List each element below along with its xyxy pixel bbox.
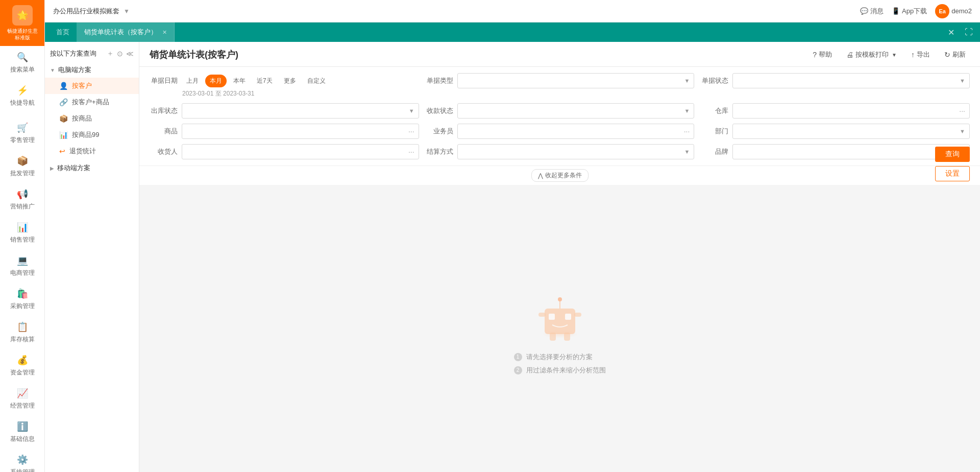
scheme-item-by-product-99[interactable]: 📊 按商品99 [45, 127, 139, 143]
date-tab-last-7-days[interactable]: 近7天 [252, 75, 277, 87]
export-button[interactable]: ↑ 导出 [907, 48, 934, 61]
tab-maximize-button[interactable]: ⛶ [962, 26, 976, 39]
sidebar-item-ecommerce[interactable]: 💻 电商管理 [0, 249, 44, 282]
brand-label: 品牌 [700, 147, 728, 156]
date-tab-this-year[interactable]: 本年 [229, 75, 250, 87]
sidebar-item-marketing[interactable]: 📢 营销推广 [0, 183, 44, 216]
scheme-group-mobile-header[interactable]: ▶ 移动端方案 [45, 160, 139, 176]
scheme-item-by-product[interactable]: 📦 按商品 [45, 110, 139, 127]
svg-rect-7 [574, 313, 581, 317]
product99-icon: 📊 [59, 131, 68, 139]
ecommerce-icon: 💻 [17, 254, 28, 267]
refresh-button[interactable]: ↻ 刷新 [940, 48, 970, 61]
scheme-settings-icon[interactable]: ⊙ [117, 50, 123, 58]
tab-sales-stats[interactable]: 销货单统计表（按客户） ✕ [77, 22, 175, 42]
inventory-icon: 📋 [17, 321, 28, 334]
wholesale-icon: 📦 [17, 155, 28, 168]
out-status-select[interactable]: ▼ [182, 103, 419, 119]
main-area: 办公用品行业模拟账套 ▼ 💬 消息 📱 App下载 Ea demo2 首页 [45, 0, 980, 472]
sidebar-item-system[interactable]: ⚙️ 系统管理 [0, 449, 44, 472]
payment-status-select[interactable]: ▼ [457, 103, 695, 119]
order-type-select[interactable]: ▼ [457, 73, 695, 88]
empty-state: 1 请先选择要分析的方案 2 用过滤条件来缩小分析范围 [139, 185, 980, 472]
goods-group: 商品 ··· [150, 124, 419, 139]
app-logo: 🌟 畅捷通好生意 标准版 [0, 0, 45, 46]
top-header: 办公用品行业模拟账套 ▼ 💬 消息 📱 App下载 Ea demo2 [45, 0, 980, 22]
scheme-item-by-customer[interactable]: 👤 按客户 [45, 78, 139, 94]
date-tab-last-month[interactable]: 上月 [182, 75, 203, 87]
sales-icon: 📊 [17, 221, 28, 234]
help-button[interactable]: ? 帮助 [808, 48, 836, 61]
payment-status-group: 收款状态 ▼ [425, 103, 695, 119]
order-status-select[interactable]: ▼ [732, 73, 970, 88]
order-status-arrow: ▼ [960, 78, 965, 84]
dept-select[interactable]: ▼ [732, 124, 970, 139]
template-print-button[interactable]: 🖨 按模板打印 ▼ [842, 48, 901, 61]
consignee-select[interactable]: ··· [182, 144, 419, 159]
settings-button[interactable]: 设置 [935, 166, 970, 181]
svg-rect-1 [545, 309, 575, 334]
empty-illustration [529, 283, 591, 344]
payment-status-arrow: ▼ [684, 108, 690, 114]
sidebar-item-finance[interactable]: 💰 资金管理 [0, 349, 44, 382]
scheme-group-desktop-header[interactable]: ▼ 电脑端方案 [45, 62, 139, 78]
out-status-arrow: ▼ [409, 108, 414, 114]
date-tab-custom[interactable]: 自定义 [303, 75, 330, 87]
date-tab-more[interactable]: 更多 [279, 75, 301, 87]
return-icon: ↩ [59, 147, 65, 155]
payment-status-label: 收款状态 [425, 106, 453, 115]
consignee-dots: ··· [408, 148, 414, 156]
sidebar-item-operations[interactable]: 📈 经营管理 [0, 382, 44, 415]
sidebar-item-search[interactable]: 🔍 搜索菜单 [0, 46, 44, 79]
sidebar-item-wholesale[interactable]: 📦 批发管理 [0, 150, 44, 183]
tab-close-button[interactable]: ✕ [162, 29, 167, 36]
warehouse-label: 仓库 [700, 106, 728, 115]
scheme-panel-title: 按以下方案查询 [50, 49, 96, 58]
collapse-button[interactable]: ⋀ 收起更多条件 [531, 169, 589, 182]
print-dropdown-icon: ▼ [892, 52, 897, 58]
scheme-item-return-stats[interactable]: ↩ 退货统计 [45, 143, 139, 159]
consignee-group: 收货人 ··· [150, 144, 419, 159]
header-left: 办公用品行业模拟账套 ▼ [53, 7, 130, 16]
scheme-panel-icons: ＋ ⊙ ≪ [107, 49, 134, 58]
settlement-select[interactable]: ▼ [457, 144, 695, 159]
query-button[interactable]: 查询 [935, 147, 970, 162]
brand-select[interactable]: ··· [732, 144, 970, 159]
order-status-group: 单据状态 ▼ [700, 73, 970, 88]
settlement-arrow: ▼ [684, 149, 690, 155]
sidebar-item-purchase[interactable]: 🛍️ 采购管理 [0, 282, 44, 316]
page-header: 销货单统计表(按客户) ? 帮助 🖨 按模板打印 ▼ ↑ [139, 42, 980, 67]
svg-rect-2 [549, 314, 555, 320]
suite-dropdown-arrow[interactable]: ▼ [124, 8, 130, 15]
salesperson-label: 业务员 [425, 127, 453, 136]
dept-label: 部门 [700, 127, 728, 136]
sidebar-item-basic[interactable]: ℹ️ 基础信息 [0, 415, 44, 449]
sidebar-item-retail[interactable]: 🛒 零售管理 [0, 116, 44, 150]
scheme-item-by-customer-product[interactable]: 🔗 按客户+商品 [45, 94, 139, 110]
retail-icon: 🛒 [17, 122, 28, 134]
message-button[interactable]: 💬 消息 [860, 7, 884, 16]
message-icon: 💬 [860, 7, 868, 15]
salesperson-select[interactable]: ··· [457, 124, 695, 139]
goods-select[interactable]: ··· [182, 124, 419, 139]
page-title: 销货单统计表(按客户) [150, 49, 238, 61]
scheme-add-icon[interactable]: ＋ [107, 49, 114, 58]
customer-icon: 👤 [59, 82, 68, 90]
date-tab-this-month[interactable]: 本月 [205, 75, 227, 87]
right-content: 销货单统计表(按客户) ? 帮助 🖨 按模板打印 ▼ ↑ [139, 42, 980, 472]
sidebar-item-quick-nav[interactable]: ⚡ 快捷导航 [0, 79, 44, 112]
brand-group: 品牌 ··· [700, 144, 970, 159]
app-download-button[interactable]: 📱 App下载 [892, 7, 927, 16]
tab-minimize-button[interactable]: ✕ [945, 26, 958, 39]
tab-home[interactable]: 首页 [49, 22, 77, 42]
salesperson-group: 业务员 ··· [425, 124, 695, 139]
username: demo2 [951, 7, 972, 15]
sidebar-item-sales[interactable]: 📊 销售管理 [0, 216, 44, 249]
warehouse-select[interactable]: ··· [732, 103, 970, 119]
settlement-label: 结算方式 [425, 147, 453, 156]
sidebar-item-inventory[interactable]: 📋 库存核算 [0, 316, 44, 349]
scheme-group-mobile: ▶ 移动端方案 [45, 160, 139, 176]
order-type-label: 单据类型 [425, 76, 453, 85]
user-menu[interactable]: Ea demo2 [935, 4, 972, 18]
scheme-collapse-icon[interactable]: ≪ [126, 50, 134, 58]
